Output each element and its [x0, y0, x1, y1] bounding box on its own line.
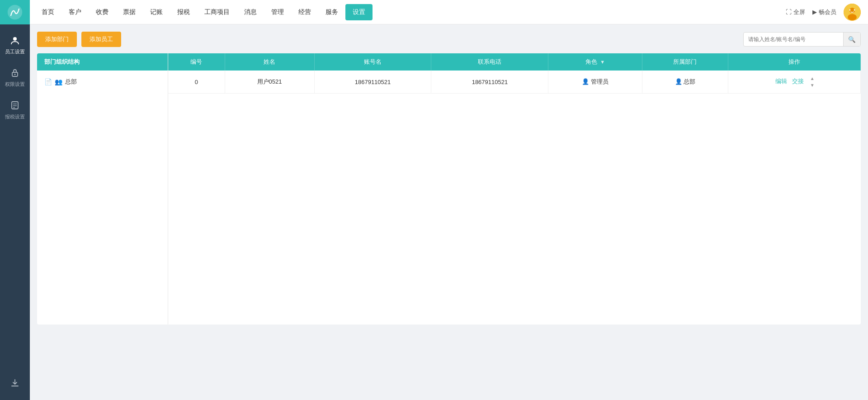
content-area: 添加部门 添加员工 🔍 部门组织结构 📄 👥 总部 — [30, 24, 868, 400]
col-role-label: 角色 — [585, 58, 597, 65]
col-name: 姓名 — [225, 53, 314, 71]
nav-fee[interactable]: 收费 — [89, 0, 116, 24]
vip-label: 畅会员 — [819, 8, 836, 16]
nav-settings[interactable]: 设置 — [345, 4, 373, 20]
cell-dept: 👤 总部 — [642, 71, 728, 94]
dept-user-icon: 👤 — [675, 78, 682, 85]
vip-icon: ▶ — [812, 9, 817, 15]
nav-biz[interactable]: 工商项目 — [197, 0, 237, 24]
col-dept: 所属部门 — [642, 53, 728, 71]
logo — [0, 0, 30, 24]
table-area: 编号 姓名 账号名 联系电话 角色 ▼ 所属部门 操作 — [168, 53, 861, 325]
edit-link[interactable]: 编辑 — [775, 78, 787, 85]
nav-tax[interactable]: 报税 — [170, 0, 197, 24]
fullscreen-btn[interactable]: ⛶ 全屏 — [786, 8, 805, 16]
toolbar: 添加部门 添加员工 🔍 — [37, 32, 861, 47]
nav-message[interactable]: 消息 — [237, 0, 264, 24]
cell-role: 👤 管理员 — [548, 71, 642, 94]
avatar[interactable] — [844, 4, 861, 21]
scroll-down-btn[interactable]: ▼ — [809, 82, 816, 89]
fullscreen-icon: ⛶ — [786, 9, 792, 15]
cell-account: 18679110521 — [314, 71, 431, 94]
transfer-link[interactable]: 交接 — [792, 78, 804, 85]
employee-icon — [10, 35, 20, 47]
search-input[interactable] — [744, 36, 843, 42]
dept-item-label: 总部 — [65, 78, 77, 86]
sidebar-download-btn[interactable] — [0, 372, 30, 395]
cell-name: 用户0521 — [225, 71, 314, 94]
role-label: 管理员 — [591, 78, 609, 85]
role-user-icon: 👤 — [582, 78, 589, 85]
search-button[interactable]: 🔍 — [843, 33, 860, 46]
file-icon: 📄 — [44, 78, 52, 85]
sidebar: 员工设置 权限设置 报税设置 — [0, 24, 30, 400]
nav-invoice[interactable]: 票据 — [116, 0, 143, 24]
nav-items: 首页 客户 收费 票据 记账 报税 工商项目 消息 管理 经营 服务 设置 — [30, 0, 786, 24]
dept-label: 总部 — [684, 78, 695, 85]
col-account: 账号名 — [314, 53, 431, 71]
col-phone: 联系电话 — [431, 53, 548, 71]
col-role[interactable]: 角色 ▼ — [548, 53, 642, 71]
fullscreen-label: 全屏 — [793, 8, 805, 16]
tax-settings-icon — [10, 100, 20, 112]
user-group-icon: 👥 — [55, 78, 62, 85]
nav-customer[interactable]: 客户 — [61, 0, 89, 24]
nav-home[interactable]: 首页 — [34, 0, 61, 24]
download-icon — [10, 378, 20, 389]
sidebar-item-employee[interactable]: 员工设置 — [0, 29, 30, 61]
dept-tree-body: 📄 👥 总部 — [37, 71, 168, 93]
svg-point-3 — [848, 14, 857, 20]
dept-tree: 部门组织结构 📄 👥 总部 — [37, 53, 168, 325]
vip-btn[interactable]: ▶ 畅会员 — [812, 8, 836, 16]
cell-ops: 编辑 交接 ▲ ▼ — [728, 71, 861, 94]
sidebar-bottom — [0, 372, 30, 395]
nav-service[interactable]: 服务 — [318, 0, 345, 24]
scroll-controls: ▲ ▼ — [809, 75, 816, 89]
cell-phone: 18679110521 — [431, 71, 548, 94]
main-panel: 部门组织结构 📄 👥 总部 编号 姓名 账号名 — [37, 53, 861, 325]
scroll-up-btn[interactable]: ▲ — [809, 75, 816, 82]
add-employee-button[interactable]: 添加员工 — [81, 32, 121, 47]
svg-point-5 — [854, 9, 855, 10]
sidebar-item-tax-settings[interactable]: 报税设置 — [0, 94, 30, 127]
svg-point-6 — [13, 37, 17, 41]
sidebar-label-tax-settings: 报税设置 — [5, 113, 25, 120]
sidebar-label-permission: 权限设置 — [5, 81, 25, 88]
table-row: 0 用户0521 18679110521 18679110521 👤 管理员 👤… — [168, 71, 861, 94]
svg-point-4 — [849, 9, 851, 10]
main-layout: 员工设置 权限设置 报税设置 — [0, 24, 868, 400]
sidebar-item-permission[interactable]: 权限设置 — [0, 61, 30, 94]
dept-tree-header: 部门组织结构 — [37, 53, 168, 71]
cell-id: 0 — [168, 71, 225, 94]
nav-right: ⛶ 全屏 ▶ 畅会员 — [786, 4, 868, 21]
svg-point-8 — [14, 74, 16, 75]
filter-icon: ▼ — [600, 59, 605, 65]
sidebar-label-employee: 员工设置 — [5, 48, 25, 55]
nav-operation[interactable]: 经营 — [291, 0, 318, 24]
dept-item-general[interactable]: 📄 👥 总部 — [42, 75, 162, 89]
permission-icon — [10, 68, 20, 79]
search-box: 🔍 — [743, 32, 861, 47]
employee-table: 编号 姓名 账号名 联系电话 角色 ▼ 所属部门 操作 — [168, 53, 861, 94]
nav-manage[interactable]: 管理 — [264, 0, 291, 24]
add-dept-button[interactable]: 添加部门 — [37, 32, 77, 47]
col-id: 编号 — [168, 53, 225, 71]
col-ops: 操作 — [728, 53, 861, 71]
nav-bookkeeping[interactable]: 记账 — [143, 0, 170, 24]
top-navigation: 首页 客户 收费 票据 记账 报税 工商项目 消息 管理 经营 服务 设置 ⛶ … — [0, 0, 868, 24]
